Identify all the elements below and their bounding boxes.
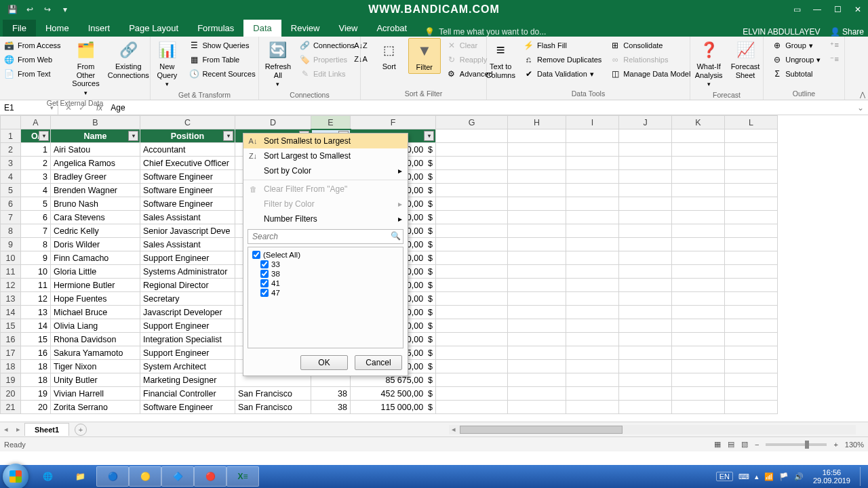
consolidate-button[interactable]: ⊞Consolidate bbox=[607, 39, 693, 52]
cell[interactable] bbox=[436, 279, 508, 292]
cell[interactable] bbox=[508, 319, 566, 333]
qat-customize-icon[interactable]: ▾ bbox=[58, 3, 72, 16]
cell[interactable] bbox=[619, 143, 672, 157]
show-queries-button[interactable]: ☰Show Queries bbox=[186, 39, 258, 52]
hide-detail-icon[interactable]: ⁻≡ bbox=[830, 55, 838, 64]
cell[interactable]: 18 bbox=[21, 360, 51, 373]
select-all-cell[interactable] bbox=[1, 116, 21, 129]
row-header[interactable]: 20 bbox=[1, 387, 21, 401]
sort-smallest-to-largest[interactable]: A↓Sort Smallest to Largest bbox=[243, 134, 408, 148]
taskbar-bandicam[interactable]: 🔴 bbox=[194, 466, 226, 487]
tab-review[interactable]: Review bbox=[281, 20, 330, 37]
filter-check-select-all[interactable]: (Select All) bbox=[251, 250, 400, 260]
cell[interactable]: Financial Controller bbox=[140, 387, 235, 401]
row-header[interactable]: 1 bbox=[1, 129, 21, 143]
cell[interactable] bbox=[436, 251, 508, 265]
filter-dropdown-icon[interactable]: ▾ bbox=[128, 131, 138, 141]
save-icon[interactable]: 💾 bbox=[5, 3, 19, 16]
cell[interactable] bbox=[725, 292, 778, 306]
cell[interactable] bbox=[619, 157, 672, 170]
cell[interactable] bbox=[672, 251, 725, 265]
cell[interactable] bbox=[725, 197, 778, 211]
tray-network-icon[interactable]: 📶 bbox=[764, 472, 774, 481]
cell[interactable] bbox=[508, 346, 566, 360]
cell[interactable] bbox=[436, 292, 508, 306]
col-header-F[interactable]: F bbox=[351, 116, 436, 129]
cell[interactable] bbox=[436, 224, 508, 238]
cell[interactable]: Software Engineer bbox=[140, 184, 235, 197]
cell[interactable] bbox=[566, 346, 619, 360]
zoom-slider[interactable] bbox=[766, 443, 827, 446]
cell[interactable] bbox=[672, 197, 725, 211]
cell[interactable]: Cedric Kelly bbox=[51, 224, 140, 238]
sort-largest-to-smallest[interactable]: Z↓Sort Largest to Smallest bbox=[243, 148, 408, 163]
cell[interactable] bbox=[725, 170, 778, 184]
cell[interactable] bbox=[672, 170, 725, 184]
cell[interactable] bbox=[508, 333, 566, 346]
view-page-layout-icon[interactable]: ▤ bbox=[728, 440, 734, 449]
col-header-G[interactable]: G bbox=[436, 116, 508, 129]
cell[interactable]: 5 bbox=[21, 197, 51, 211]
cell[interactable] bbox=[436, 346, 508, 360]
cell[interactable] bbox=[672, 211, 725, 224]
tray-clock[interactable]: 16:5629.09.2019 bbox=[809, 468, 854, 485]
taskbar-bittorrent[interactable]: 🔷 bbox=[161, 466, 194, 487]
cell[interactable] bbox=[725, 373, 778, 387]
relationships-button[interactable]: ∞Relationships bbox=[607, 54, 693, 66]
what-if-button[interactable]: ❓What-If Analysis▾ bbox=[692, 38, 726, 89]
cell[interactable] bbox=[619, 319, 672, 333]
tab-insert[interactable]: Insert bbox=[79, 20, 120, 37]
col-header-B[interactable]: B bbox=[51, 116, 140, 129]
cell[interactable] bbox=[725, 224, 778, 238]
cell[interactable] bbox=[619, 333, 672, 346]
cell[interactable] bbox=[725, 265, 778, 279]
row-header[interactable]: 7 bbox=[1, 211, 21, 224]
col-header-L[interactable]: L bbox=[725, 116, 778, 129]
cell[interactable] bbox=[725, 157, 778, 170]
cell[interactable] bbox=[725, 360, 778, 373]
zoom-out-icon[interactable]: − bbox=[755, 441, 759, 449]
cell[interactable] bbox=[566, 251, 619, 265]
cell[interactable] bbox=[672, 387, 725, 401]
cell[interactable] bbox=[619, 129, 672, 143]
cell[interactable]: 20 bbox=[21, 401, 51, 414]
col-header-H[interactable]: H bbox=[508, 116, 566, 129]
filter-check-47[interactable]: 47 bbox=[251, 288, 400, 298]
new-sheet-button[interactable]: + bbox=[75, 424, 87, 436]
cell[interactable] bbox=[619, 211, 672, 224]
cell[interactable] bbox=[508, 292, 566, 306]
cell[interactable] bbox=[566, 224, 619, 238]
cell[interactable] bbox=[725, 333, 778, 346]
cell[interactable] bbox=[566, 184, 619, 197]
taskbar-ie[interactable]: 🌐 bbox=[31, 466, 64, 487]
cell[interactable] bbox=[672, 129, 725, 143]
start-button[interactable] bbox=[3, 464, 28, 488]
cell[interactable] bbox=[672, 265, 725, 279]
cell[interactable]: Accountant bbox=[140, 143, 235, 157]
cell[interactable] bbox=[725, 251, 778, 265]
col-header-J[interactable]: J bbox=[619, 116, 672, 129]
refresh-all-button[interactable]: 🔄Refresh All▾ bbox=[262, 38, 294, 89]
cell[interactable] bbox=[672, 346, 725, 360]
share-button[interactable]: 👤 Share bbox=[830, 27, 864, 37]
cancel-button[interactable]: Cancel bbox=[355, 355, 402, 370]
cell[interactable] bbox=[725, 346, 778, 360]
cell[interactable]: Marketing Designer bbox=[140, 373, 235, 387]
cell[interactable] bbox=[725, 211, 778, 224]
row-header[interactable]: 17 bbox=[1, 346, 21, 360]
row-header[interactable]: 8 bbox=[1, 224, 21, 238]
from-table-button[interactable]: ▦From Table bbox=[186, 54, 258, 66]
cell[interactable] bbox=[566, 143, 619, 157]
close-icon[interactable]: ✕ bbox=[848, 0, 868, 19]
cell[interactable] bbox=[619, 184, 672, 197]
cell[interactable]: Support Engineer bbox=[140, 346, 235, 360]
cell[interactable] bbox=[672, 184, 725, 197]
cell[interactable]: Regional Director bbox=[140, 279, 235, 292]
from-web-button[interactable]: 🌐From Web bbox=[1, 54, 64, 66]
cell[interactable]: 115 000,00 $ bbox=[351, 401, 436, 414]
remove-duplicates-button[interactable]: ⎌Remove Duplicates bbox=[521, 54, 604, 66]
cell[interactable] bbox=[436, 306, 508, 319]
cell[interactable]: Brenden Wagner bbox=[51, 184, 140, 197]
cell[interactable] bbox=[566, 211, 619, 224]
sort-button[interactable]: ⬚Sort bbox=[373, 38, 406, 73]
